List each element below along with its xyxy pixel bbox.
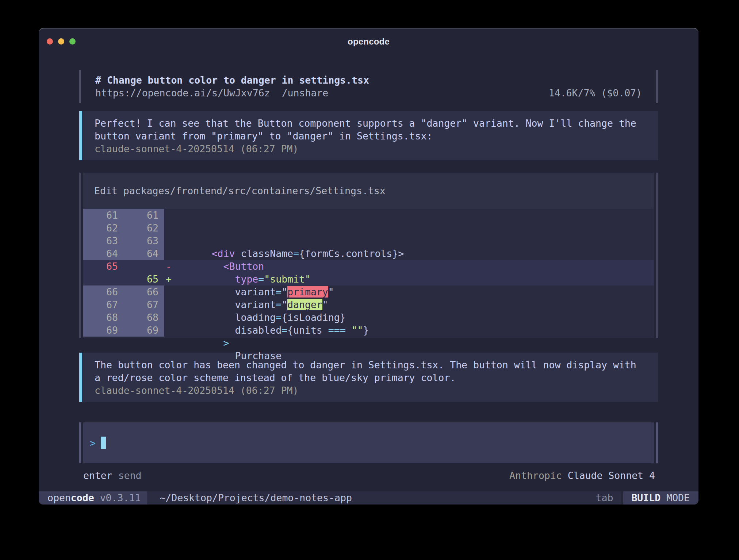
message-text: Perfect! I can see that the Button compo… xyxy=(95,117,644,130)
diff-new-line-number: 63 xyxy=(124,234,164,247)
diff-code-line: <Button xyxy=(164,234,654,247)
close-button[interactable] xyxy=(47,38,53,45)
prompt-area: > xyxy=(79,422,658,463)
main-content: # Change button color to danger in setti… xyxy=(39,70,698,482)
session-header-right-rail xyxy=(656,70,658,103)
diff-row: 64 64 type="submit" xyxy=(83,247,654,260)
code-token: > xyxy=(223,337,229,349)
diff-code-line: Purchase xyxy=(164,324,654,337)
text-cursor xyxy=(101,437,106,449)
message-meta: claude-sonnet-4-20250514 (06:27 PM) xyxy=(95,142,644,155)
app-version-segment: opencodev0.3.11 xyxy=(39,491,147,505)
edit-tool-card: Edit packages/frontend/src/containers/Se… xyxy=(79,173,658,338)
diff-code-line: disabled={units === ""} xyxy=(164,298,654,311)
share-url[interactable]: https://opencode.ai/s/UwJxv76z xyxy=(95,87,270,99)
model-provider: Anthropic xyxy=(509,469,562,482)
diff-old-line-number: 64 xyxy=(83,247,124,260)
diff-new-line-number: 69 xyxy=(124,324,164,337)
diff-code-line: + variant="danger" xyxy=(164,273,654,285)
mode-label: MODE xyxy=(666,491,690,505)
diff-code-line: type="submit" xyxy=(164,247,654,260)
status-bar: opencodev0.3.11 ~/Desktop/Projects/demo-… xyxy=(39,491,698,505)
session-title: # Change button color to danger in setti… xyxy=(95,74,642,87)
diff-code-line: > xyxy=(164,311,654,324)
diff-row: 66 66 loading={isLoading} xyxy=(83,285,654,298)
app-name: open xyxy=(47,491,71,505)
diff-new-line-number: 65 xyxy=(124,273,164,285)
enter-key-hint: enter xyxy=(83,469,112,482)
context-stats: 14.6K/7% ($0.07) xyxy=(549,87,642,99)
working-directory: ~/Desktop/Projects/demo-notes-app xyxy=(160,491,352,505)
message-text: button variant from "primary" to "danger… xyxy=(95,130,644,142)
send-action-hint: send xyxy=(118,469,142,482)
titlebar: opencode xyxy=(39,28,698,54)
code-token xyxy=(200,337,223,349)
diff-old-line-number: 69 xyxy=(83,324,124,337)
code-token: Purchase xyxy=(235,350,282,361)
diff-code-line xyxy=(164,209,654,222)
diff-row: 67 67 disabled={units === ""} xyxy=(83,298,654,311)
window-title: opencode xyxy=(348,35,390,48)
diff-old-line-number: 63 xyxy=(83,234,124,247)
mode-label-bold: BUILD xyxy=(631,491,660,505)
diff-row: 65 + variant="danger" xyxy=(83,273,654,285)
model-name[interactable]: Claude Sonnet 4 xyxy=(568,469,655,482)
code-token xyxy=(200,350,235,361)
diff-new-line-number: 68 xyxy=(124,311,164,324)
edit-tool-header: Edit packages/frontend/src/containers/Se… xyxy=(83,173,654,209)
diff-change-marker: + xyxy=(166,273,172,285)
diff-old-line-number: 68 xyxy=(83,311,124,324)
assistant-message: Perfect! I can see that the Button compo… xyxy=(79,111,658,160)
diff-new-line-number: 61 xyxy=(124,209,164,222)
diff-new-line-number: 67 xyxy=(124,298,164,311)
diff-old-line-number xyxy=(83,273,124,285)
diff-code-line: <div className={formCs.controls}> xyxy=(164,222,654,234)
message-meta: claude-sonnet-4-20250514 (06:27 PM) xyxy=(95,384,644,397)
diff-change-marker: - xyxy=(166,260,172,273)
diff-old-line-number: 62 xyxy=(83,222,124,234)
unshare-command[interactable]: /unshare xyxy=(282,87,329,99)
prompt-input[interactable]: > xyxy=(83,422,654,463)
diff-new-line-number: 64 xyxy=(124,247,164,260)
mode-toggle[interactable]: BUILDMODE xyxy=(623,491,698,505)
diff-new-line-number xyxy=(124,260,164,273)
session-header: # Change button color to danger in setti… xyxy=(79,70,658,103)
session-header-left-rail xyxy=(79,70,81,103)
prompt-left-rail xyxy=(79,422,81,463)
edit-card-left-rail xyxy=(79,173,81,338)
opencode-window: opencode # Change button color to danger… xyxy=(39,28,698,505)
diff-row: 61 61 xyxy=(83,209,654,222)
diff-row: 65 - variant="primary" xyxy=(83,260,654,273)
diff-code-line: loading={isLoading} xyxy=(164,285,654,298)
model-name-spacer xyxy=(562,469,568,482)
diff-code-line: - variant="primary" xyxy=(164,260,654,273)
edit-card-right-rail xyxy=(656,173,658,338)
zoom-button[interactable] xyxy=(69,38,76,45)
app-name-bold: code xyxy=(71,491,94,505)
diff-row: 62 62 <div className={formCs.controls}> xyxy=(83,222,654,234)
send-action-hint xyxy=(112,469,118,482)
diff-new-line-number: 62 xyxy=(124,222,164,234)
diff-new-line-number: 66 xyxy=(124,285,164,298)
diff-row: 63 63 <Button xyxy=(83,234,654,247)
traffic-lights xyxy=(47,28,76,54)
diff-rows: 61 61 62 62 <div className={formCs.contr… xyxy=(83,209,654,338)
prompt-right-rail xyxy=(656,422,658,463)
prompt-symbol: > xyxy=(90,437,96,449)
diff-row: 68 68 > xyxy=(83,311,654,324)
hints-row: enter send Anthropic Claude Sonnet 4 xyxy=(79,469,658,482)
diff-old-line-number: 65 xyxy=(83,260,124,273)
diff-old-line-number: 61 xyxy=(83,209,124,222)
app-version: v0.3.11 xyxy=(100,491,141,505)
diff-old-line-number: 66 xyxy=(83,285,124,298)
minimize-button[interactable] xyxy=(58,38,64,45)
tab-key-hint: tab xyxy=(596,491,613,505)
diff-row: 69 69 Purchase xyxy=(83,324,654,337)
diff-old-line-number: 67 xyxy=(83,298,124,311)
